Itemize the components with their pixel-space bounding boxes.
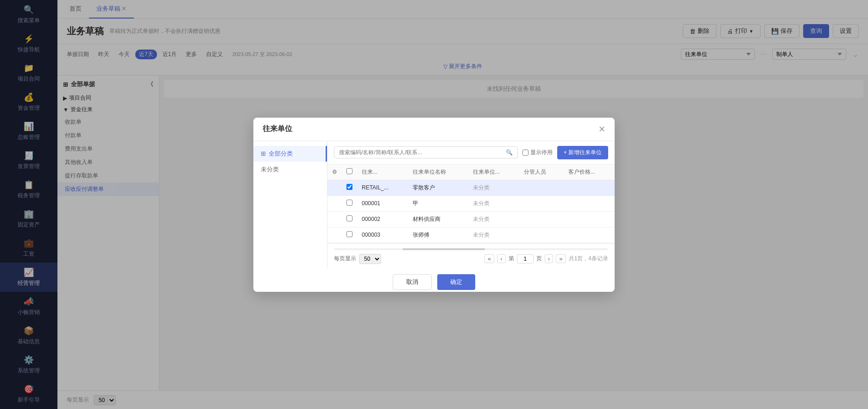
counterpart-dialog: 往来单位 ✕ ⊞ 全部分类 未分类 🔍 xyxy=(253,118,615,292)
table-header-row: ⚙ 往来... 往来单位名称 往来单位... 分管人员 客户价格... xyxy=(327,164,615,180)
row-code-1: RETAIL_... xyxy=(357,180,408,195)
page-size-label: 每页显示 xyxy=(334,255,356,263)
col-agent: 分管人员 xyxy=(519,164,564,180)
row-select-4[interactable] xyxy=(346,231,352,237)
row-select-1[interactable] xyxy=(346,184,352,190)
add-counterpart-button[interactable]: + 新增往来单位 xyxy=(557,146,608,159)
row-settings xyxy=(327,195,342,211)
dialog-content: 🔍 显示停用 + 新增往来单位 ⚙ xyxy=(327,141,615,269)
dialog-close-button[interactable]: ✕ xyxy=(598,124,605,134)
row-name-4: 张师傅 xyxy=(408,227,468,243)
row-price-4 xyxy=(564,227,615,243)
col-price: 客户价格... xyxy=(564,164,615,180)
row-settings xyxy=(327,180,342,195)
dialog-title: 往来单位 xyxy=(263,124,292,134)
row-settings xyxy=(327,211,342,227)
dialog-table: ⚙ 往来... 往来单位名称 往来单位... 分管人员 客户价格... xyxy=(327,164,615,243)
pagination: 每页显示 50 « ‹ 第 页 › » xyxy=(334,254,608,264)
row-category-1: 未分类 xyxy=(468,180,519,195)
show-inactive-checkbox[interactable]: 显示停用 xyxy=(522,149,553,157)
row-agent-2 xyxy=(519,195,564,211)
row-select-2[interactable] xyxy=(346,200,352,206)
tree-item-uncategorized[interactable]: 未分类 xyxy=(253,162,327,177)
row-checkbox xyxy=(342,195,357,211)
last-page-button[interactable]: » xyxy=(556,254,566,263)
page-input[interactable] xyxy=(517,254,534,264)
row-agent-1 xyxy=(519,180,564,195)
cancel-button[interactable]: 取消 xyxy=(393,274,432,290)
table-row[interactable]: RETAIL_... 零散客户 未分类 xyxy=(327,180,615,195)
row-settings xyxy=(327,227,342,243)
grid-icon: ⊞ xyxy=(261,150,266,157)
row-code-4: 000003 xyxy=(357,227,408,243)
next-page-button[interactable]: › xyxy=(545,254,553,263)
confirm-button[interactable]: 确定 xyxy=(437,274,475,290)
row-name-1: 零散客户 xyxy=(408,180,468,195)
row-agent-3 xyxy=(519,211,564,227)
dialog-overlay: 往来单位 ✕ ⊞ 全部分类 未分类 🔍 xyxy=(0,0,868,409)
row-code-3: 000002 xyxy=(357,211,408,227)
dialog-scrollbar xyxy=(334,248,608,250)
table-row[interactable]: 000001 甲 未分类 xyxy=(327,195,615,211)
row-category-3: 未分类 xyxy=(468,211,519,227)
table-row[interactable]: 000003 张师傅 未分类 xyxy=(327,227,615,243)
page-total: 共1页，4条记录 xyxy=(569,255,608,263)
select-all-checkbox[interactable] xyxy=(346,168,352,174)
page-of-label: 页 xyxy=(536,255,542,263)
col-settings: ⚙ xyxy=(327,164,342,180)
table-row[interactable]: 000002 材料供应商 未分类 xyxy=(327,211,615,227)
dialog-tree: ⊞ 全部分类 未分类 xyxy=(253,141,327,269)
page-nav: « ‹ 第 页 › » 共1页，4条记录 xyxy=(484,254,608,264)
row-category-4: 未分类 xyxy=(468,227,519,243)
first-page-button[interactable]: « xyxy=(484,254,494,263)
dialog-header: 往来单位 ✕ xyxy=(253,118,615,141)
row-checkbox xyxy=(342,211,357,227)
prev-page-button[interactable]: ‹ xyxy=(497,254,505,263)
row-price-2 xyxy=(564,195,615,211)
col-category: 往来单位... xyxy=(468,164,519,180)
col-name: 往来单位名称 xyxy=(408,164,468,180)
inactive-checkbox[interactable] xyxy=(522,150,528,156)
search-box: 🔍 xyxy=(334,146,518,158)
dialog-footer: 每页显示 50 « ‹ 第 页 › » xyxy=(327,243,615,269)
tree-item-all[interactable]: ⊞ 全部分类 xyxy=(253,146,327,162)
scrollbar-thumb xyxy=(403,248,485,250)
row-select-3[interactable] xyxy=(346,215,352,221)
row-name-2: 甲 xyxy=(408,195,468,211)
row-category-2: 未分类 xyxy=(468,195,519,211)
dialog-actions: 取消 确定 xyxy=(253,269,615,292)
row-code-2: 000001 xyxy=(357,195,408,211)
row-price-1 xyxy=(564,180,615,195)
row-price-3 xyxy=(564,211,615,227)
row-checkbox xyxy=(342,180,357,195)
col-code: 往来... xyxy=(357,164,408,180)
row-agent-4 xyxy=(519,227,564,243)
dialog-body: ⊞ 全部分类 未分类 🔍 显示停用 xyxy=(253,141,615,269)
row-name-3: 材料供应商 xyxy=(408,211,468,227)
row-checkbox xyxy=(342,227,357,243)
page-label: 第 xyxy=(509,255,514,263)
col-checkbox xyxy=(342,164,357,180)
page-size-select[interactable]: 50 xyxy=(359,254,381,264)
dialog-toolbar: 🔍 显示停用 + 新增往来单位 xyxy=(327,141,615,164)
search-input[interactable] xyxy=(339,149,503,156)
search-icon: 🔍 xyxy=(506,149,513,156)
